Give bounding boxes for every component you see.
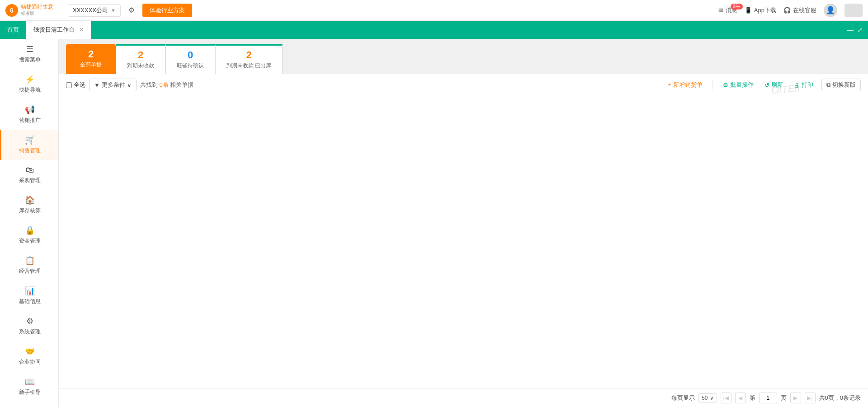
sidebar-item-appcenter[interactable]: 🧩 应用中心: [0, 402, 58, 407]
stat-tab-wangpu[interactable]: 0 旺铺待确认: [165, 44, 215, 74]
toolbar-left: 全选 ▼ 更多条件 ∨ 共找到 0条 相关单据: [66, 79, 662, 91]
lock-icon: 🔒: [25, 225, 35, 235]
stat-num-overdue: 2: [138, 50, 143, 60]
sidebar: ☰ 搜索菜单 ⚡ 快捷导航 📢 营销推广 🛒 销售管理 🛍 采购管理 🏠 库存核…: [0, 39, 59, 407]
stat-num-shipped: 2: [246, 50, 252, 60]
app-download-button[interactable]: 📱 App下载: [745, 6, 776, 14]
stat-label-overdue: 到期未收款: [127, 62, 154, 70]
sidebar-item-label: 经营管理: [19, 267, 41, 275]
stat-label-all: 全部单据: [80, 61, 102, 69]
stat-tab-shipped[interactable]: 2 到期未收款 已出库: [215, 44, 283, 74]
stat-label-wangpu: 旺铺待确认: [177, 62, 204, 70]
chart-icon: 📊: [25, 286, 35, 296]
page-input[interactable]: [759, 393, 777, 403]
pagination-bar: 每页显示 50 ∨ |◀ ◀ 第 页 ▶ ▶| 共0页，0条记录: [59, 388, 868, 407]
sidebar-item-label: 销售管理: [19, 147, 41, 154]
sidebar-item-search[interactable]: ☰ 搜索菜单: [0, 39, 58, 69]
lightning-icon: ⚡: [25, 75, 35, 84]
sidebar-item-label: 企业协同: [19, 358, 41, 366]
sidebar-item-sales[interactable]: 🛒 销售管理: [0, 130, 58, 160]
online-service-button[interactable]: 🎧 在线客服: [783, 6, 816, 14]
sidebar-item-guide[interactable]: 📖 新手引导: [0, 371, 58, 402]
download-icon: 📱: [745, 7, 752, 14]
toolbar: 全选 ▼ 更多条件 ∨ 共找到 0条 相关单据 + 新增销货单: [59, 74, 868, 96]
refresh-icon: ↺: [764, 82, 769, 89]
message-badge: 99+: [731, 4, 743, 9]
page-size-select[interactable]: 50 ∨: [698, 393, 717, 402]
top-header: 6 畅捷通好生意 标准版 XXXXXX公司 ▼ ⚙ 体验行业方案 ✉ 消息 99…: [0, 0, 868, 21]
shopping-icon: 🛍: [26, 165, 34, 175]
logo-icon: 6: [5, 4, 18, 17]
content-area: 2 全部单据 2 到期未收款 0 旺铺待确认 2 到期未收款 已出库 全选: [59, 39, 868, 407]
tab-right-actions: — ⤢: [847, 26, 868, 33]
company-name: XXXXXX公司: [73, 6, 108, 14]
select-all-input[interactable]: [66, 82, 72, 88]
trial-button[interactable]: 体验行业方案: [142, 4, 192, 17]
print-icon: 🖨: [794, 82, 800, 89]
page-prev-button[interactable]: ◀: [735, 393, 746, 403]
divider: [712, 80, 713, 89]
sidebar-item-label: 基础信息: [19, 298, 41, 305]
switch-new-version-button[interactable]: ⧉ 切换新版: [821, 79, 861, 91]
sidebar-item-baseinfo[interactable]: 📊 基础信息: [0, 281, 58, 311]
sidebar-item-purchase[interactable]: 🛍 采购管理: [0, 160, 58, 190]
sidebar-item-cooperation[interactable]: 🤝 企业协同: [0, 341, 58, 371]
stat-tab-overdue[interactable]: 2 到期未收款: [116, 44, 165, 74]
stat-num-all: 2: [88, 49, 94, 59]
add-sales-order-button[interactable]: + 新增销货单: [665, 79, 705, 91]
sidebar-item-label: 搜索菜单: [19, 56, 41, 64]
stat-label-shipped: 到期未收款 已出库: [226, 62, 271, 70]
sidebar-item-finance[interactable]: 🔒 资金管理: [0, 220, 58, 250]
logo-name: 畅捷通好生意: [21, 4, 53, 11]
page-next-button[interactable]: ▶: [790, 393, 801, 403]
tab-home[interactable]: 首页: [0, 21, 26, 39]
tab-maximize-icon[interactable]: ⤢: [857, 26, 863, 33]
user-icon: 👤: [826, 6, 835, 14]
found-text: 共找到 0条 相关单据: [140, 81, 193, 89]
chevron-down-icon: ∨: [710, 395, 714, 401]
page-label: 第: [750, 394, 755, 402]
page-first-button[interactable]: |◀: [721, 393, 731, 403]
sidebar-item-inventory[interactable]: 🏠 库存核算: [0, 190, 58, 220]
sidebar-item-label: 采购管理: [19, 177, 41, 184]
tab-workbench[interactable]: 钱货日清工作台 ✕: [26, 21, 91, 39]
company-selector[interactable]: XXXXXX公司 ▼: [68, 4, 121, 17]
main-layout: ☰ 搜索菜单 ⚡ 快捷导航 📢 营销推广 🛒 销售管理 🛍 采购管理 🏠 库存核…: [0, 39, 868, 407]
sidebar-item-label: 新手引导: [19, 388, 41, 396]
tab-workbench-label: 钱货日清工作台: [33, 26, 75, 34]
switch-icon: ⧉: [826, 81, 830, 89]
house-icon: 🏠: [25, 195, 35, 205]
add-label: + 新增销货单: [668, 81, 703, 89]
print-button[interactable]: 🖨 打印: [791, 79, 816, 91]
avatar[interactable]: 👤: [824, 4, 837, 17]
batch-label: 批量操作: [730, 81, 754, 89]
app-download-label: App下载: [754, 6, 776, 14]
headset-icon: 🎧: [783, 7, 791, 14]
message-button[interactable]: ✉ 消息 99+: [718, 6, 737, 14]
page-last-button[interactable]: ▶|: [805, 393, 816, 403]
handshake-icon: 🤝: [25, 346, 35, 356]
filter-label: 更多条件: [102, 81, 125, 89]
tab-close-icon[interactable]: ✕: [79, 27, 84, 33]
settings-button[interactable]: ⚙: [124, 3, 139, 18]
message-icon: ✉: [718, 7, 723, 14]
select-all-checkbox[interactable]: 全选: [66, 81, 85, 89]
print-label: 打印: [802, 81, 813, 89]
sidebar-item-operation[interactable]: 📋 经营管理: [0, 250, 58, 281]
user-name-area[interactable]: [844, 4, 863, 17]
total-label: 共0页，0条记录: [819, 394, 861, 402]
tab-home-label: 首页: [7, 26, 19, 34]
sidebar-item-quicknav[interactable]: ⚡ 快捷导航: [0, 69, 58, 99]
stat-tab-all[interactable]: 2 全部单据: [66, 44, 116, 74]
sidebar-item-label: 营销推广: [19, 117, 41, 124]
refresh-button[interactable]: ↺ 刷新: [762, 79, 786, 91]
sidebar-item-marketing[interactable]: 📢 营销推广: [0, 99, 58, 130]
filter-button[interactable]: ▼ 更多条件 ∨: [89, 79, 137, 91]
sidebar-item-label: 系统管理: [19, 328, 41, 336]
sidebar-item-system[interactable]: ⚙ 系统管理: [0, 311, 58, 341]
tab-minimize-icon[interactable]: —: [847, 26, 854, 33]
chevron-down-icon: ∨: [127, 82, 132, 89]
batch-operation-button[interactable]: ⚙ 批量操作: [720, 79, 756, 91]
megaphone-icon: 📢: [25, 105, 35, 115]
page-size-value: 50: [702, 395, 708, 401]
